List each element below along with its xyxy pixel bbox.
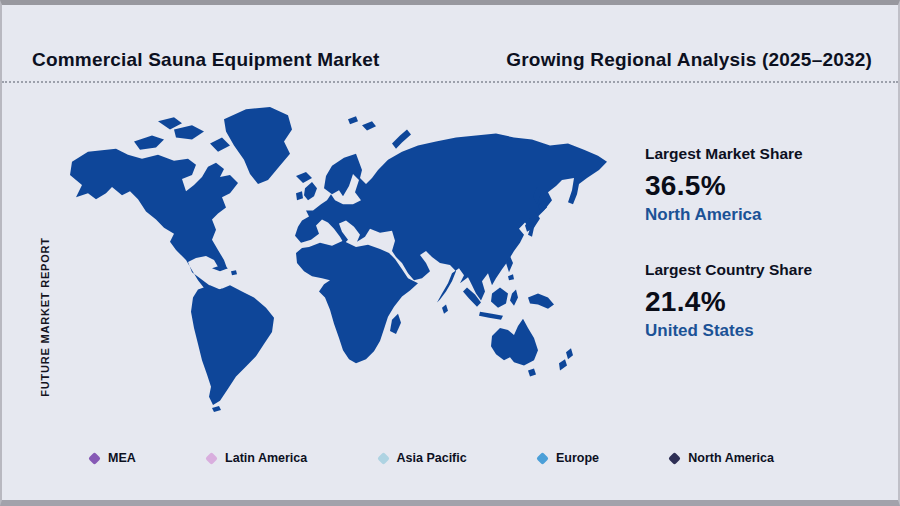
stat-largest-market-share: Largest Market Share 36.5% North America xyxy=(645,145,890,225)
stats-panel: Largest Market Share 36.5% North America… xyxy=(645,145,890,377)
continent-north-america xyxy=(70,149,238,301)
legend-dot-north-america xyxy=(668,452,681,465)
legend-dot-asia-pacific xyxy=(377,452,390,465)
legend-label: Latin America xyxy=(225,451,307,465)
stat-label: Largest Market Share xyxy=(645,145,890,163)
stat-region: North America xyxy=(645,205,890,225)
madagascar xyxy=(390,314,401,334)
greenland xyxy=(224,107,292,184)
stat-value: 21.4% xyxy=(645,286,890,318)
legend-dot-mea xyxy=(88,452,101,465)
page-title-left: Commercial Sauna Equipment Market xyxy=(32,49,380,71)
caribbean-islands xyxy=(212,265,237,275)
legend-item-europe: Europe xyxy=(538,451,599,465)
stat-label: Largest Country Share xyxy=(645,261,890,279)
legend-label: MEA xyxy=(108,451,136,465)
infographic-frame: Commercial Sauna Equipment Market Growin… xyxy=(0,0,900,506)
arctic-islands xyxy=(134,117,230,151)
header: Commercial Sauna Equipment Market Growin… xyxy=(2,5,898,83)
stat-largest-country-share: Largest Country Share 21.4% United State… xyxy=(645,261,890,341)
svalbard-novaya-zemlya xyxy=(348,116,411,148)
legend-dot-europe xyxy=(536,452,549,465)
iceland xyxy=(296,172,312,183)
legend-label: Asia Pacific xyxy=(397,451,467,465)
world-map-svg xyxy=(62,99,622,413)
continent-south-america xyxy=(191,285,274,412)
stat-region: United States xyxy=(645,321,890,341)
uk-ireland xyxy=(296,182,317,200)
legend-dot-latin-america xyxy=(205,452,218,465)
brand-watermark: FUTURE MARKET REPORT xyxy=(39,237,51,397)
legend-item-mea: MEA xyxy=(90,451,136,465)
legend-label: North America xyxy=(688,451,774,465)
new-zealand xyxy=(559,348,573,370)
world-map xyxy=(62,99,622,413)
legend-item-asia-pacific: Asia Pacific xyxy=(379,451,467,465)
legend-item-north-america: North America xyxy=(670,451,774,465)
page-title-right: Growing Regional Analysis (2025–2032) xyxy=(506,49,872,71)
sri-lanka xyxy=(442,305,448,314)
legend-label: Europe xyxy=(556,451,599,465)
stat-value: 36.5% xyxy=(645,170,890,202)
australia-tasmania xyxy=(491,319,538,377)
legend-item-latin-america: Latin America xyxy=(207,451,307,465)
legend: MEA Latin America Asia Pacific Europe No… xyxy=(90,451,774,465)
